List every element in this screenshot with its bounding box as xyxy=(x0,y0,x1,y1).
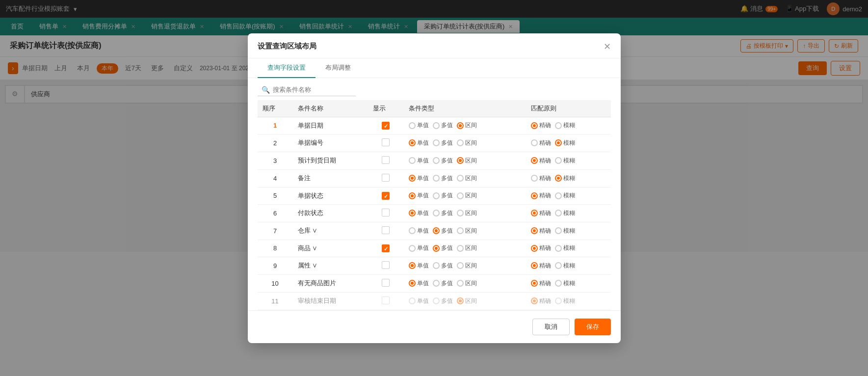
type-radio-多值[interactable]: 多值 xyxy=(433,139,453,147)
radio-dot xyxy=(457,122,464,129)
radio-label: 多值 xyxy=(441,121,453,130)
type-radio-区间[interactable]: 区间 xyxy=(457,191,477,200)
type-radio-单值[interactable]: 单值 xyxy=(409,121,429,130)
cell-match: 精确模糊 xyxy=(526,240,611,252)
radio-label: 区间 xyxy=(465,209,477,217)
type-radio-区间[interactable]: 区间 xyxy=(457,139,477,147)
cell-type: 单值多值区间 xyxy=(404,204,526,222)
show-checkbox[interactable] xyxy=(382,138,390,146)
match-radio-精确[interactable]: 精确 xyxy=(531,227,551,235)
type-radio-区间[interactable]: 区间 xyxy=(457,174,477,183)
show-checkbox[interactable] xyxy=(382,174,390,182)
type-radio-多值[interactable]: 多值 xyxy=(433,191,453,200)
type-radio-多值[interactable]: 多值 xyxy=(433,157,453,165)
type-radio-单值[interactable]: 单值 xyxy=(409,191,429,200)
modal-overlay[interactable]: 设置查询区域布局 ✕ 查询字段设置 布局调整 🔍 顺序 条件名称 显示 xyxy=(0,0,868,252)
match-radio-精确[interactable]: 精确 xyxy=(531,139,551,147)
cell-show: ✓ xyxy=(368,240,403,252)
type-radio-单值[interactable]: 单值 xyxy=(409,139,429,147)
tab-layout-adjust[interactable]: 布局调整 xyxy=(316,58,361,78)
type-radio-单值[interactable]: 单值 xyxy=(409,209,429,217)
type-radio-区间[interactable]: 区间 xyxy=(457,209,477,217)
radio-label: 精确 xyxy=(539,157,551,165)
table-row: 3预计到货日期单值多值区间精确模糊 xyxy=(258,152,611,169)
radio-dot xyxy=(409,122,416,129)
modal-table-head: 顺序 条件名称 显示 条件类型 匹配原则 xyxy=(258,100,611,117)
show-checkbox[interactable] xyxy=(382,209,390,216)
match-radio-模糊[interactable]: 模糊 xyxy=(555,244,575,252)
radio-dot xyxy=(555,227,562,234)
match-radio-模糊[interactable]: 模糊 xyxy=(555,227,575,235)
match-radio-精确[interactable]: 精确 xyxy=(531,209,551,217)
radio-label: 多值 xyxy=(441,191,453,200)
match-radio-精确[interactable]: 精确 xyxy=(531,157,551,165)
radio-label: 单值 xyxy=(417,121,429,130)
type-radio-单值[interactable]: 单值 xyxy=(409,157,429,165)
cell-condition-name: 商品 ∨ xyxy=(293,240,368,252)
modal-title: 设置查询区域布局 xyxy=(258,42,316,51)
radio-dot xyxy=(409,227,416,234)
tab-query-fields[interactable]: 查询字段设置 xyxy=(258,58,316,78)
radio-label: 模糊 xyxy=(563,227,575,235)
radio-label: 区间 xyxy=(465,121,477,130)
radio-label: 多值 xyxy=(441,174,453,183)
match-radio-模糊[interactable]: 模糊 xyxy=(555,191,575,200)
radio-label: 区间 xyxy=(465,244,477,252)
type-radio-单值[interactable]: 单值 xyxy=(409,244,429,252)
match-radio-模糊[interactable]: 模糊 xyxy=(555,139,575,147)
radio-dot xyxy=(531,192,538,199)
type-radio-多值[interactable]: 多值 xyxy=(433,209,453,217)
radio-label: 模糊 xyxy=(563,121,575,130)
search-input[interactable] xyxy=(273,86,351,93)
search-area: 🔍 xyxy=(248,78,621,100)
radio-dot xyxy=(531,175,538,182)
match-radio-精确[interactable]: 精确 xyxy=(531,244,551,252)
match-radio-模糊[interactable]: 模糊 xyxy=(555,121,575,130)
cell-show xyxy=(368,169,403,187)
type-radio-多值[interactable]: 多值 xyxy=(433,227,453,235)
cell-match: 精确模糊 xyxy=(526,204,611,222)
match-radio-模糊[interactable]: 模糊 xyxy=(555,157,575,165)
radio-dot xyxy=(555,157,562,164)
cell-show xyxy=(368,134,403,152)
cell-show xyxy=(368,204,403,222)
show-checkbox[interactable]: ✓ xyxy=(382,122,390,130)
type-radio-区间[interactable]: 区间 xyxy=(457,157,477,165)
match-radio-精确[interactable]: 精确 xyxy=(531,191,551,200)
radio-dot xyxy=(457,227,464,234)
type-radio-多值[interactable]: 多值 xyxy=(433,174,453,183)
type-radio-单值[interactable]: 单值 xyxy=(409,174,429,183)
settings-modal: 设置查询区域布局 ✕ 查询字段设置 布局调整 🔍 顺序 条件名称 显示 xyxy=(248,33,621,252)
type-radio-区间[interactable]: 区间 xyxy=(457,121,477,130)
match-radio-模糊[interactable]: 模糊 xyxy=(555,209,575,217)
radio-dot xyxy=(555,192,562,199)
cell-type: 单值多值区间 xyxy=(404,222,526,240)
col-match: 匹配原则 xyxy=(526,100,611,117)
radio-label: 单值 xyxy=(417,244,429,252)
type-radio-区间[interactable]: 区间 xyxy=(457,244,477,252)
cell-match: 精确模糊 xyxy=(526,222,611,240)
show-checkbox[interactable] xyxy=(382,226,390,234)
show-checkbox[interactable]: ✓ xyxy=(382,192,390,200)
match-radio-精确[interactable]: 精确 xyxy=(531,121,551,130)
table-row: 4备注单值多值区间精确模糊 xyxy=(258,169,611,187)
radio-label: 模糊 xyxy=(563,139,575,147)
match-radio-模糊[interactable]: 模糊 xyxy=(555,174,575,183)
match-radio-精确[interactable]: 精确 xyxy=(531,174,551,183)
radio-dot xyxy=(433,157,440,164)
modal-close-button[interactable]: ✕ xyxy=(604,41,611,52)
radio-label: 多值 xyxy=(441,157,453,165)
radio-dot xyxy=(457,192,464,199)
cell-match: 精确模糊 xyxy=(526,152,611,169)
table-row: 8商品 ∨✓单值多值区间精确模糊 xyxy=(258,240,611,252)
type-radio-区间[interactable]: 区间 xyxy=(457,227,477,235)
cell-match: 精确模糊 xyxy=(526,134,611,152)
radio-dot xyxy=(531,227,538,234)
show-checkbox[interactable] xyxy=(382,156,390,164)
type-radio-单值[interactable]: 单值 xyxy=(409,227,429,235)
type-radio-多值[interactable]: 多值 xyxy=(433,244,453,252)
show-checkbox[interactable]: ✓ xyxy=(382,244,390,252)
type-radio-多值[interactable]: 多值 xyxy=(433,121,453,130)
search-icon: 🔍 xyxy=(262,86,270,94)
modal-table: 顺序 条件名称 显示 条件类型 匹配原则 1单据日期✓单值多值区间精确模糊2单据… xyxy=(258,100,611,252)
